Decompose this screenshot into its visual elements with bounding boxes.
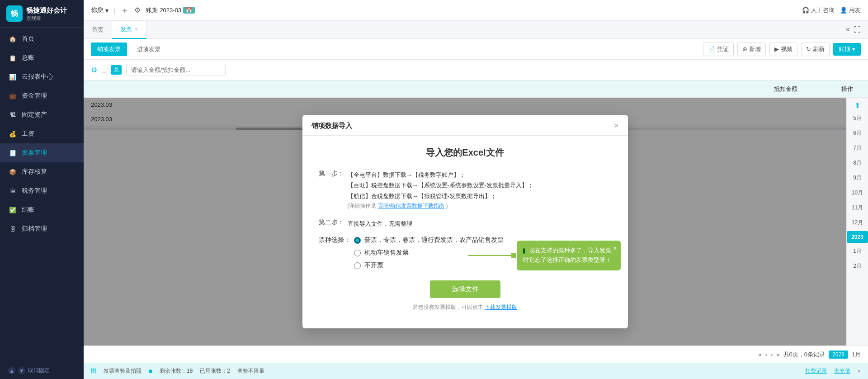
period-badge[interactable]: 📅 — [183, 7, 195, 14]
invoice-type-icon[interactable]: 兑 — [111, 65, 122, 75]
month-feb[interactable]: 2月 — [847, 260, 868, 273]
company-selector[interactable]: 你您 ▾ — [91, 6, 108, 14]
year-badge[interactable]: 2023 — [829, 351, 848, 359]
sidebar-item-label: 结账 — [22, 206, 34, 214]
main-content: 2023.03 2023.03 销项数据导入 × — [84, 98, 846, 346]
gear-filter-icon[interactable]: ⚙ — [91, 66, 97, 74]
bottom-bar-title: 发票查验及拍照 — [104, 367, 142, 375]
scroll-up-icon[interactable]: ⬆ — [854, 101, 860, 110]
step2-label: 第二步： — [319, 218, 344, 227]
sidebar-item-home[interactable]: 🏠 首页 — [0, 29, 84, 48]
month-aug[interactable]: 8月 — [847, 156, 868, 170]
radio-no-invoice[interactable] — [354, 262, 361, 269]
tooltip-close-btn[interactable]: × — [613, 243, 617, 253]
step2-content: 直接导入文件，无需整理 — [348, 218, 412, 229]
sidebar-item-label: 云报表中心 — [22, 73, 53, 81]
settings-icon[interactable]: ⚙ — [134, 6, 141, 14]
step1-link-suffix: ) — [446, 203, 448, 209]
tab-invoice[interactable]: 发票 × — [112, 21, 146, 39]
sub-tab-sales-invoice[interactable]: 销项发票 — [91, 43, 127, 56]
radio-motor-label: 机动车销售发票 — [364, 249, 409, 257]
step1-label: 第一步： — [319, 170, 344, 178]
step1-line-1: 【全电平台】数据下载→【税务数字账户】； — [348, 170, 534, 180]
tab-home[interactable]: 首页 — [84, 21, 112, 39]
download-template-link[interactable]: 下载发票模版 — [485, 304, 517, 310]
fund-icon: 💼 — [8, 91, 17, 100]
scroll-down-btn[interactable]: ▼ — [18, 367, 25, 374]
consult-button[interactable]: 🎧 人工咨询 — [802, 6, 835, 14]
radio-motor[interactable] — [354, 250, 361, 256]
page-info: 共0页，0条记录 — [783, 351, 825, 359]
tax-icon: 🏛 — [8, 186, 17, 195]
page-next-btn[interactable]: › — [771, 351, 773, 358]
consult-label: 人工咨询 — [811, 6, 835, 14]
window-maximize-btn[interactable]: ⛶ — [854, 26, 861, 34]
download-hint-text: 若您没有发票模版，可以点击 — [413, 304, 483, 310]
th-operation: 操作 — [834, 85, 861, 93]
sidebar-item-payroll[interactable]: 💰 工资 — [0, 124, 84, 143]
month-jul[interactable]: 7月 — [847, 142, 868, 155]
select-all-checkbox[interactable]: □ — [102, 66, 106, 74]
radio-normal[interactable] — [354, 237, 361, 244]
sidebar-item-tax[interactable]: 🏛 税务管理 — [0, 181, 84, 200]
add-button[interactable]: ＋ — [121, 5, 129, 16]
sidebar-item-settlement[interactable]: ✅ 结账 — [0, 200, 84, 219]
add-invoice-btn[interactable]: ⊕ 新增 — [737, 43, 766, 56]
page-toolbar: 销项发票 进项发票 📄 凭证 ⊕ 新增 ▶ 视频 ↻ 刷新 账期 ▾ — [84, 39, 868, 60]
month-dec[interactable]: 12月 — [847, 216, 868, 229]
tab-home-label: 首页 — [92, 26, 104, 34]
sidebar-item-label: 工资 — [22, 130, 34, 138]
period-selector[interactable]: 账期 ▾ — [833, 43, 861, 56]
sidebar-item-general-ledger[interactable]: 📋 总账 — [0, 48, 84, 67]
bottom-close-btn[interactable]: × — [858, 368, 861, 374]
main-area: 你您 ▾ | ＋ ⚙ 账期 2023-03 📅 🎧 人工咨询 👤 用友 — [84, 0, 868, 379]
sub-tab-purchase-invoice[interactable]: 进项发票 — [131, 43, 167, 56]
month-sep[interactable]: 9月 — [847, 171, 868, 185]
page-prev-btn[interactable]: ‹ — [765, 351, 767, 358]
settlement-icon: ✅ — [8, 205, 17, 214]
sidebar-item-fixed-assets[interactable]: 🏗 固定资产 — [0, 105, 84, 124]
dialog-title: 销项数据导入 — [311, 122, 352, 130]
video-btn[interactable]: ▶ 视频 — [769, 43, 797, 56]
recharge-record-link[interactable]: 扣费记录 — [805, 367, 827, 375]
sidebar-item-cloud-report[interactable]: 📊 云报表中心 — [0, 67, 84, 86]
bottom-indicator — [149, 370, 152, 373]
sidebar-item-inventory[interactable]: 📦 库存核算 — [0, 162, 84, 181]
period-text: 账期 — [146, 6, 158, 14]
month-jun[interactable]: 6月 — [847, 127, 868, 140]
headset-icon: 🎧 — [802, 7, 809, 14]
select-file-btn[interactable]: 选择文件 — [430, 280, 500, 298]
month-may[interactable]: 5月 — [847, 112, 868, 125]
step1-line-2: 【百旺】税控盘数据下载→【系统设置-系统参数设置-发票批量导入】； — [348, 180, 534, 190]
sidebar-item-invoice[interactable]: 🧾 发票管理 — [0, 143, 84, 162]
sidebar-item-archive[interactable]: 🗄 归档管理 — [0, 219, 84, 238]
company-name: 你您 — [91, 6, 104, 14]
year-2023[interactable]: 2023 — [847, 231, 868, 243]
dialog-close-btn[interactable]: × — [614, 121, 619, 131]
download-hint-area: 若您没有发票模版，可以点击 下载发票模版 — [413, 303, 517, 311]
user-button[interactable]: 👤 用友 — [840, 6, 861, 14]
window-close-btn[interactable]: × — [846, 26, 850, 34]
sidebar-item-fund[interactable]: 💼 资金管理 — [0, 86, 84, 105]
search-input[interactable] — [126, 64, 226, 76]
recharge-btn[interactable]: 去充值 — [834, 367, 850, 375]
radio-no-invoice-label: 不开票 — [364, 261, 383, 270]
sidebar-item-label: 固定资产 — [22, 111, 47, 119]
sidebar-item-label: 首页 — [22, 35, 34, 43]
page-first-btn[interactable]: « — [758, 351, 761, 358]
payroll-icon: 💰 — [8, 129, 17, 138]
page-last-btn[interactable]: » — [776, 351, 779, 358]
sidebar-bottom: ▲ ▼ 取消固定 — [0, 362, 84, 379]
scroll-up-btn[interactable]: ▲ — [8, 367, 15, 374]
step1-guide-link[interactable]: 百旺/航信发票数据下载指南 — [378, 203, 444, 209]
user-icon: 👤 — [840, 7, 847, 14]
tab-close-icon[interactable]: × — [135, 26, 138, 33]
cancel-pin-label[interactable]: 取消固定 — [28, 367, 50, 374]
voucher-btn[interactable]: 📄 凭证 — [703, 43, 734, 56]
month-jan[interactable]: 1月 — [847, 245, 868, 258]
month-nov[interactable]: 11月 — [847, 201, 868, 214]
step1-content: 【全电平台】数据下载→【税务数字账户】； 【百旺】税控盘数据下载→【系统设置-系… — [348, 170, 534, 211]
month-oct[interactable]: 10月 — [847, 186, 868, 199]
refresh-btn[interactable]: ↻ 刷新 — [801, 43, 830, 56]
edition-label: 旗舰版 — [26, 15, 67, 21]
